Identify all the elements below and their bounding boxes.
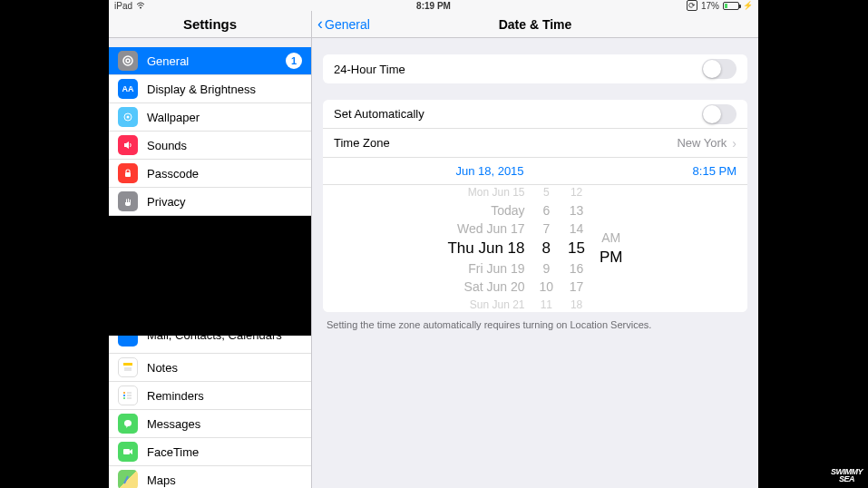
- sidebar-item-mail[interactable]: Mail, Contacts, Calendars: [109, 336, 311, 354]
- back-label: General: [325, 17, 370, 32]
- date-time-picker[interactable]: Mon Jun 15 Today Wed Jun 17 Thu Jun 18 F…: [323, 185, 747, 312]
- back-button[interactable]: ‹ General: [312, 15, 370, 34]
- picker-ampm-column[interactable]: AM PM: [592, 229, 630, 268]
- sidebar-item-label: General: [147, 54, 189, 68]
- row-label: Time Zone: [334, 136, 390, 150]
- detail-header: ‹ General Date & Time: [312, 11, 758, 38]
- selected-date: Jun 18, 2015: [323, 164, 657, 178]
- row-date-time[interactable]: Jun 18, 2015 8:15 PM: [323, 158, 747, 185]
- sidebar-item-reminders[interactable]: Reminders: [109, 382, 311, 410]
- detail-pane: ‹ General Date & Time 24-Hour Time Set A…: [312, 11, 758, 488]
- hand-icon: [118, 191, 138, 211]
- selected-time: 8:15 PM: [657, 164, 747, 178]
- sidebar-item-privacy[interactable]: Privacy: [109, 188, 311, 216]
- sidebar-item-label: Reminders: [147, 389, 204, 403]
- sidebar-item-label: FaceTime: [147, 445, 199, 459]
- lock-icon: [118, 163, 138, 183]
- row-label: 24-Hour Time: [334, 63, 405, 76]
- svg-point-4: [127, 116, 130, 119]
- watermark: SWIMMY SEA: [831, 468, 863, 483]
- row-24-hour-time[interactable]: 24-Hour Time: [323, 54, 747, 83]
- badge: 1: [286, 53, 302, 69]
- sidebar-item-display[interactable]: AA Display & Brightness: [109, 75, 311, 103]
- ipad-screen: iPad 8:19 PM ⟳ 17% ⚡ Settings General 1: [109, 0, 758, 488]
- toggle-24h[interactable]: [702, 59, 736, 79]
- chevron-right-icon: ›: [732, 136, 736, 151]
- svg-point-1: [123, 56, 132, 65]
- sidebar-item-passcode[interactable]: Passcode: [109, 160, 311, 188]
- sidebar-item-label: Display & Brightness: [147, 83, 256, 96]
- video-icon: [118, 442, 138, 462]
- black-overlay: [109, 216, 311, 336]
- svg-rect-15: [123, 449, 130, 454]
- text-size-icon: AA: [118, 79, 138, 99]
- bubble-icon: [118, 414, 138, 434]
- svg-rect-6: [123, 363, 132, 366]
- sidebar-item-facetime[interactable]: FaceTime: [109, 438, 311, 466]
- row-set-automatically[interactable]: Set Automatically: [323, 100, 747, 129]
- sidebar-item-label: Privacy: [147, 195, 186, 209]
- reminders-icon: [118, 386, 138, 405]
- row-label: Set Automatically: [334, 107, 424, 121]
- sidebar-item-label: Mail, Contacts, Calendars: [147, 336, 282, 342]
- sidebar-item-general[interactable]: General 1: [109, 47, 311, 75]
- page-title: Date & Time: [312, 17, 758, 32]
- picker-hour-column[interactable]: 5 6 7 8 9 10 11: [532, 183, 561, 312]
- notes-icon: [118, 357, 138, 377]
- toggle-auto[interactable]: [702, 104, 736, 124]
- speaker-icon: [118, 135, 138, 155]
- sidebar-item-label: Messages: [147, 417, 200, 431]
- settings-sidebar: Settings General 1 AA Display & Brightne…: [109, 11, 312, 488]
- map-icon: [118, 470, 138, 488]
- sidebar-item-messages[interactable]: Messages: [109, 410, 311, 438]
- gear-icon: [118, 51, 138, 71]
- row-value: New York: [677, 136, 727, 150]
- svg-point-9: [123, 392, 125, 394]
- sidebar-title: Settings: [109, 11, 311, 38]
- sidebar-item-notes[interactable]: Notes: [109, 354, 311, 382]
- wallpaper-icon: [118, 107, 138, 127]
- svg-point-11: [123, 397, 125, 399]
- mail-icon: [118, 336, 138, 346]
- sidebar-item-label: Wallpaper: [147, 111, 200, 124]
- sidebar-item-label: Sounds: [147, 139, 187, 152]
- footnote: Setting the time zone automatically requ…: [312, 312, 758, 337]
- picker-minute-column[interactable]: 12 13 14 15 16 17 18: [561, 183, 592, 312]
- sidebar-item-wallpaper[interactable]: Wallpaper: [109, 103, 311, 132]
- status-bar: iPad 8:19 PM ⟳ 17% ⚡: [109, 0, 758, 11]
- sidebar-item-label: Notes: [147, 361, 178, 375]
- picker-date-column[interactable]: Mon Jun 15 Today Wed Jun 17 Thu Jun 18 F…: [440, 183, 532, 312]
- row-time-zone[interactable]: Time Zone New York ›: [323, 129, 747, 158]
- svg-point-2: [126, 59, 130, 63]
- sidebar-item-sounds[interactable]: Sounds: [109, 132, 311, 160]
- svg-rect-5: [125, 172, 131, 177]
- chevron-left-icon: ‹: [317, 15, 323, 34]
- sidebar-item-label: Passcode: [147, 167, 199, 181]
- sidebar-item-maps[interactable]: Maps: [109, 466, 311, 488]
- svg-point-10: [123, 395, 125, 396]
- battery-icon: [723, 2, 739, 10]
- sidebar-item-label: Maps: [147, 473, 176, 487]
- status-time: 8:19 PM: [109, 1, 758, 11]
